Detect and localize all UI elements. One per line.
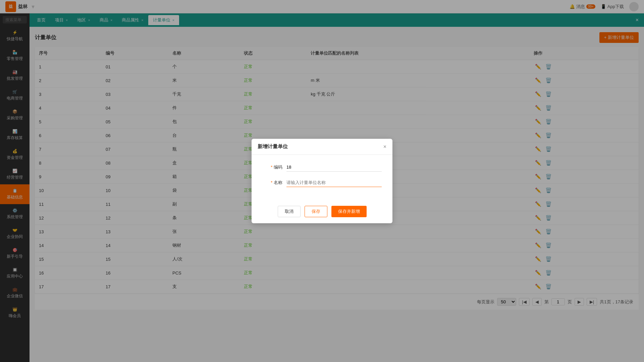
form-code-row: 编码 bbox=[262, 163, 382, 172]
dialog-header: 新增计量单位 × bbox=[252, 139, 392, 155]
form-name-row: 名称 bbox=[262, 178, 382, 187]
dialog-close-btn[interactable]: × bbox=[383, 144, 386, 150]
add-unit-dialog: 新增计量单位 × 编码 名称 取消 保存 保存并新增 bbox=[252, 139, 392, 223]
dialog-overlay[interactable]: 新增计量单位 × 编码 名称 取消 保存 保存并新增 bbox=[0, 0, 644, 362]
code-field-label: 编码 bbox=[262, 164, 282, 170]
name-field-label: 名称 bbox=[262, 180, 282, 186]
code-field[interactable] bbox=[286, 163, 382, 172]
save-button[interactable]: 保存 bbox=[305, 206, 327, 217]
dialog-title: 新增计量单位 bbox=[258, 143, 288, 150]
save-and-new-button[interactable]: 保存并新增 bbox=[331, 206, 367, 217]
cancel-button[interactable]: 取消 bbox=[278, 206, 301, 217]
dialog-body: 编码 名称 bbox=[252, 155, 392, 202]
dialog-footer: 取消 保存 保存并新增 bbox=[252, 202, 392, 223]
name-field[interactable] bbox=[286, 178, 382, 187]
